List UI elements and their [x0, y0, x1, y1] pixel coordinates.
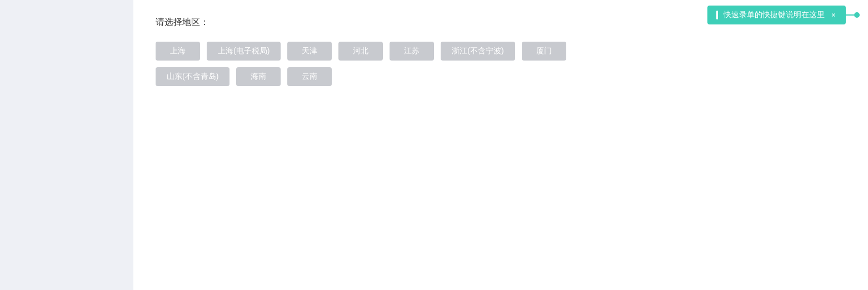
- tooltip-bar: 快速录单的快捷键说明在这里 ×: [707, 6, 846, 24]
- connector-line: [846, 14, 854, 16]
- tooltip-text: 快速录单的快捷键说明在这里: [724, 10, 825, 20]
- tooltip-close-button[interactable]: ×: [830, 11, 837, 19]
- region-btn-zhejiang[interactable]: 浙江(不含宁波): [441, 42, 515, 61]
- region-btn-shanghai-etax[interactable]: 上海(电子税局): [207, 42, 281, 61]
- region-btn-shanghai[interactable]: 上海: [156, 42, 200, 61]
- region-btn-tianjin[interactable]: 天津: [287, 42, 332, 61]
- region-btn-hainan[interactable]: 海南: [236, 67, 281, 86]
- region-buttons-row2: 山东(不含青岛) 海南 云南: [156, 67, 846, 86]
- dot-indicator: [854, 12, 860, 18]
- region-btn-shandong[interactable]: 山东(不含青岛): [156, 67, 230, 86]
- main-content: 请选择地区： 上海 上海(电子税局) 天津 河北 江苏 浙江(不含宁波) 厦门 …: [133, 0, 868, 290]
- region-btn-hebei[interactable]: 河北: [338, 42, 383, 61]
- region-btn-yunnan[interactable]: 云南: [287, 67, 332, 86]
- region-btn-xiamen[interactable]: 厦门: [522, 42, 566, 61]
- region-btn-jiangsu[interactable]: 江苏: [390, 42, 434, 61]
- sidebar: [0, 0, 133, 290]
- region-buttons-row1: 上海 上海(电子税局) 天津 河北 江苏 浙江(不含宁波) 厦门: [156, 42, 846, 61]
